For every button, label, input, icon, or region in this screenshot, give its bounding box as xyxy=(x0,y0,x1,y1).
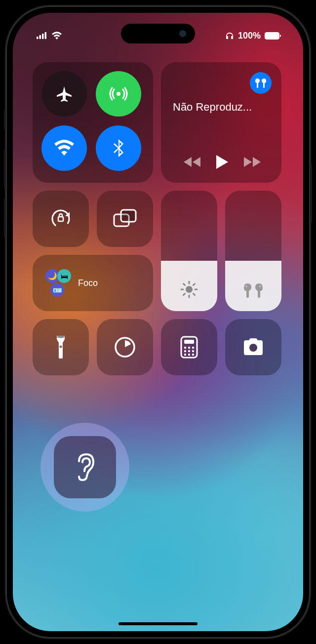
flashlight-icon xyxy=(55,335,67,360)
side-button-power xyxy=(310,164,312,223)
cellular-signal-icon xyxy=(37,32,47,39)
timer-icon xyxy=(114,336,136,359)
home-indicator[interactable] xyxy=(118,622,198,625)
svg-point-25 xyxy=(184,347,186,349)
bluetooth-icon xyxy=(113,138,124,158)
svg-point-30 xyxy=(192,350,194,352)
airpods-volume-icon xyxy=(242,282,264,298)
svg-point-20 xyxy=(57,336,65,338)
svg-line-14 xyxy=(184,284,185,285)
volume-slider[interactable] xyxy=(225,191,281,311)
play-icon xyxy=(215,154,229,170)
svg-point-32 xyxy=(188,354,190,356)
svg-point-4 xyxy=(117,92,120,96)
wifi-icon xyxy=(51,32,62,40)
side-button-volume-up xyxy=(4,149,6,189)
airpods-icon xyxy=(254,78,267,88)
wifi-icon xyxy=(53,140,75,157)
bed-icon: 🛏 xyxy=(57,269,71,283)
hearing-button[interactable] xyxy=(54,436,116,498)
control-center: Não Reproduz... xyxy=(33,62,283,383)
svg-rect-1 xyxy=(40,35,41,39)
highlight-ring xyxy=(40,423,129,512)
orientation-lock-button[interactable] xyxy=(33,191,89,247)
svg-line-15 xyxy=(194,294,195,295)
focus-icons: 🌙 🛏 🪪 xyxy=(43,269,71,297)
svg-point-19 xyxy=(259,285,261,287)
bluetooth-button[interactable] xyxy=(96,125,141,171)
svg-point-29 xyxy=(188,350,190,352)
dynamic-island xyxy=(121,24,195,43)
wifi-button[interactable] xyxy=(41,125,87,171)
svg-rect-24 xyxy=(184,340,194,344)
svg-rect-3 xyxy=(45,32,47,39)
svg-rect-8 xyxy=(121,210,136,222)
focus-label: Foco xyxy=(78,278,98,288)
svg-point-33 xyxy=(192,354,194,356)
id-icon: 🪪 xyxy=(50,283,64,297)
svg-rect-0 xyxy=(37,37,39,39)
media-player-tile[interactable]: Não Reproduz... xyxy=(161,62,281,183)
cellular-data-button[interactable] xyxy=(96,71,141,117)
next-track-button[interactable] xyxy=(243,156,261,168)
svg-line-17 xyxy=(194,284,195,285)
screen-mirror-icon xyxy=(113,208,137,229)
rotation-lock-icon xyxy=(49,207,73,231)
antenna-icon xyxy=(108,83,129,104)
audio-output-badge[interactable] xyxy=(250,72,272,94)
connectivity-group[interactable] xyxy=(33,62,153,183)
svg-point-5 xyxy=(49,207,72,230)
svg-line-16 xyxy=(184,294,185,295)
previous-track-button[interactable] xyxy=(184,156,201,168)
media-title: Não Reproduz... xyxy=(173,101,272,114)
play-button[interactable] xyxy=(215,154,229,170)
svg-point-34 xyxy=(249,344,257,352)
timer-button[interactable] xyxy=(97,319,153,375)
camera-icon xyxy=(241,337,266,357)
airplane-icon xyxy=(54,83,75,104)
flashlight-button[interactable] xyxy=(33,319,89,375)
svg-point-28 xyxy=(184,350,186,352)
svg-point-18 xyxy=(245,285,247,287)
screen: 100% xyxy=(13,13,303,631)
side-button-volume-down xyxy=(4,199,6,238)
focus-button[interactable]: 🌙 🛏 🪪 Foco xyxy=(33,255,153,311)
brightness-slider[interactable] xyxy=(161,191,217,311)
svg-point-9 xyxy=(186,286,193,293)
calculator-button[interactable] xyxy=(161,319,217,375)
svg-point-21 xyxy=(60,346,62,348)
svg-rect-6 xyxy=(58,217,63,221)
battery-icon xyxy=(265,32,279,40)
svg-rect-2 xyxy=(42,34,44,39)
phone-frame: 100% xyxy=(6,6,310,638)
ear-icon xyxy=(73,451,97,483)
battery-percent: 100% xyxy=(238,31,261,41)
airplane-mode-button[interactable] xyxy=(41,71,87,117)
forward-icon xyxy=(243,156,261,168)
camera-button[interactable] xyxy=(225,319,281,375)
screen-mirroring-button[interactable] xyxy=(97,191,153,247)
svg-point-27 xyxy=(192,347,194,349)
headphones-icon xyxy=(225,32,234,40)
svg-point-31 xyxy=(184,354,186,356)
svg-point-26 xyxy=(188,347,190,349)
brightness-icon xyxy=(180,281,198,298)
calculator-icon xyxy=(180,336,198,359)
backward-icon xyxy=(184,156,201,168)
side-button-silent xyxy=(4,110,6,129)
